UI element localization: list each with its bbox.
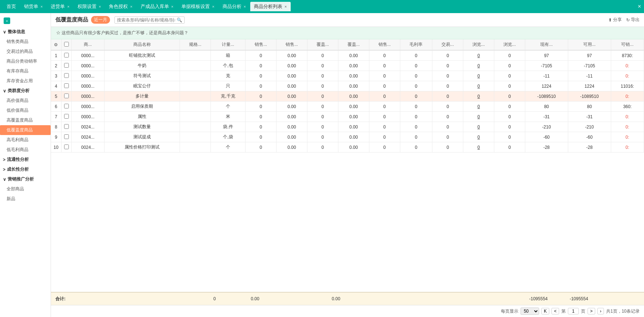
sidebar-collapse-btn[interactable]: « [4,17,10,24]
row-checkbox[interactable] [64,144,69,149]
sidebar-item-new-goods[interactable]: 新品 [0,194,51,204]
cell-available-stock: 97 [568,50,611,61]
sidebar-group-overall[interactable]: ∨ 整体信息 [0,27,51,37]
cell-checkbox [61,132,71,142]
nav-tab-analysis-close[interactable]: × [244,4,246,9]
info-banner-text: ☆ 这些商品只有很少客户购买过，是推广不够，还是商品本身问题？ [56,30,188,35]
export-button[interactable]: ↻ 导出 [626,17,640,23]
pagination-bar: 每页显示 50 100 200 K < 第 页 > › 共1页，10条记录 [51,305,644,317]
nav-tab-role-close[interactable]: × [130,4,132,9]
sidebar-item-category-rate[interactable]: 商品分类动销率 [0,56,51,66]
nav-tab-home[interactable]: 首页 [3,2,20,11]
sidebar-item-high-coverage[interactable]: 高覆盖度商品 [0,115,51,125]
sidebar-item-low-margin[interactable]: 低毛利商品 [0,145,51,155]
cell-browse1[interactable]: 0 [463,50,494,61]
row-checkbox[interactable] [64,63,69,68]
sidebar-item-traded-goods[interactable]: 交易过的商品 [0,47,51,56]
cell-spec [180,112,211,122]
row-checkbox[interactable] [64,53,69,58]
cell-browse1[interactable]: 0 [463,142,494,152]
sidebar-item-low-value[interactable]: 低价值商品 [0,106,51,115]
cell-transaction: 0 [432,91,463,102]
prev-page-btn[interactable]: < [551,308,559,314]
row-checkbox[interactable] [64,134,69,139]
cell-unit: 个 [211,102,245,112]
sidebar-group-growth-label: 成长性分析 [7,166,29,173]
nav-tab-purchase[interactable]: 进货单 × [47,2,73,11]
nav-tab-role[interactable]: 角色授权 × [105,2,136,11]
nav-tab-sales-close[interactable]: × [40,4,43,9]
period-button[interactable]: 近一月 [91,16,110,24]
sidebar-item-low-coverage[interactable]: 低覆盖度商品 [0,125,51,135]
nav-tab-template-close[interactable]: × [212,4,214,9]
cell-gross-margin: 0 [400,122,432,132]
first-page-btn[interactable]: K [541,308,549,314]
th-settings[interactable]: ⚙ [51,39,61,50]
page-size-select[interactable]: 50 100 200 [521,308,539,315]
nav-tab-template[interactable]: 单据模板设置 × [178,2,218,11]
nav-tab-analysis-list[interactable]: 商品分析列表 × [250,2,290,11]
select-all-checkbox[interactable] [64,42,69,47]
cell-name: 启用保质期 [104,102,180,112]
next-page-btn[interactable]: > [588,308,595,314]
nav-tab-analysis-list-close[interactable]: × [284,4,287,9]
page-of-label: 页 [581,308,585,314]
row-checkbox[interactable] [64,114,69,119]
cell-saleable: 8730: [611,50,644,61]
cell-browse1[interactable]: 0 [463,132,494,142]
nav-tab-analysis[interactable]: 商品分析 × [219,2,250,11]
sidebar-item-stock-capital[interactable]: 库存资金占用 [0,76,51,86]
footer-col-sales-qty: 0 [194,296,235,301]
cell-unit: 克 [211,71,245,81]
row-checkbox[interactable] [64,94,69,98]
sidebar-item-high-value[interactable]: 高价值商品 [0,96,51,106]
sidebar-item-sales-goods[interactable]: 销售类商品 [0,37,51,47]
row-checkbox[interactable] [64,73,69,78]
sidebar-group-category[interactable]: ∨ 类群度分析 [0,86,51,96]
cell-browse1[interactable]: 0 [463,61,494,71]
table-row: 7 0000... 属性 米 0 0.00 0 0.00 0 0 0 0 0 -… [51,112,644,122]
cell-browse2: 0 [494,71,525,81]
cell-browse1[interactable]: 0 [463,71,494,81]
nav-tab-purchase-close[interactable]: × [67,4,69,9]
cell-browse1[interactable]: 0 [463,122,494,132]
th-checkbox [61,39,71,50]
cell-cov1: 0 [307,142,338,152]
row-checkbox[interactable] [64,124,69,129]
cell-available-stock: -28 [568,142,611,152]
cell-cov2: 0.00 [338,132,369,142]
last-page-btn[interactable]: › [597,308,604,314]
search-icon[interactable]: 🔍 [177,17,182,23]
sidebar-group-circulation[interactable]: > 流通性分析 [0,155,51,165]
cell-sales-amount: 0.00 [276,102,307,112]
nav-tab-sales[interactable]: 销货单 × [20,2,46,11]
table-row: 5 0000... 多计量 克,千克 0 0.00 0 0.00 0 0 0 0… [51,91,644,102]
sidebar-item-high-margin[interactable]: 高毛利商品 [0,135,51,145]
cell-name: 旺铺批次测试 [104,50,180,61]
total-info: 共1页，10条记录 [606,308,640,314]
cell-no: 9 [51,132,61,142]
row-checkbox[interactable] [64,104,69,108]
search-input[interactable] [117,17,175,23]
page-input[interactable] [568,308,579,314]
close-all-tabs[interactable]: × [638,3,641,10]
cell-no: 2 [51,61,61,71]
cell-browse1[interactable]: 0 [463,81,494,91]
cell-browse1[interactable]: 0 [463,91,494,102]
sidebar-item-all-goods[interactable]: 全部商品 [0,184,51,194]
sidebar-item-in-stock[interactable]: 有库存商品 [0,66,51,76]
nav-tab-permission[interactable]: 权限设置 × [74,2,105,11]
cell-checkbox [61,102,71,112]
cell-name: 属性价格打印测试 [104,142,180,152]
info-banner: ☆ 这些商品只有很少客户购买过，是推广不够，还是商品本身问题？ [51,27,644,39]
row-checkbox[interactable] [64,83,69,88]
cell-browse1[interactable]: 0 [463,102,494,112]
cell-browse1[interactable]: 0 [463,112,494,122]
nav-tab-permission-close[interactable]: × [99,4,101,9]
share-button[interactable]: ⬆ 分享 [608,17,622,23]
nav-tab-product-in[interactable]: 产成品入库单 × [137,2,177,11]
th-spec: 规格... [180,39,211,50]
sidebar-group-marketing[interactable]: ∨ 营销推广分析 [0,174,51,184]
nav-tab-product-in-close[interactable]: × [171,4,173,9]
sidebar-group-growth[interactable]: > 成长性分析 [0,165,51,174]
